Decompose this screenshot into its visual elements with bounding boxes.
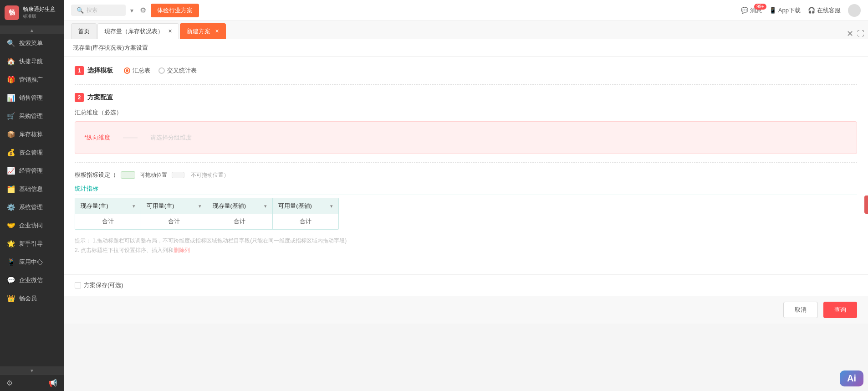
- breadcrumb-text: 现存量(库存状况表)方案设置: [73, 44, 148, 51]
- service-icon: 🎧: [808, 7, 815, 14]
- tab-new-plan-label: 新建方案: [187, 27, 210, 36]
- sidebar-item-finance[interactable]: 💰 资金管理: [0, 144, 64, 162]
- sidebar-item-member[interactable]: 👑 畅会员: [0, 289, 64, 308]
- sidebar-scroll-down[interactable]: ▼: [0, 366, 64, 375]
- immovable-label: 不可拖动位置）: [191, 171, 229, 179]
- tab-home[interactable]: 首页: [71, 23, 97, 39]
- sidebar-item-label: 新手引导: [19, 240, 43, 248]
- sidebar-item-label: 系统管理: [19, 203, 43, 211]
- sidebar-item-label: 经营管理: [19, 167, 43, 175]
- sidebar-item-sales[interactable]: 📊 销售管理: [0, 89, 64, 107]
- sidebar-item-new-guide[interactable]: 🌟 新手引导: [0, 235, 64, 253]
- app-download-button[interactable]: 📱 App下载: [769, 6, 801, 15]
- sidebar-item-marketing[interactable]: 🎁 营销推广: [0, 71, 64, 89]
- gear-icon: ⚙️: [6, 203, 15, 211]
- message-button[interactable]: 💬 消息 99+: [741, 6, 762, 15]
- search-icon: 🔍: [77, 7, 84, 14]
- dim-placeholder: 请选择分组维度: [150, 134, 192, 142]
- stats-table-header: 现存量(主) ▾ 可用量(主) ▾ 现存量(基辅) ▾ 可用量(基辅): [75, 198, 338, 214]
- sidebar-item-purchase[interactable]: 🛒 采购管理: [0, 107, 64, 125]
- app-name: 畅康通好生意: [23, 6, 56, 13]
- message-badge: 99+: [754, 4, 766, 10]
- volume-icon[interactable]: 📢: [48, 379, 57, 387]
- cancel-button[interactable]: 取消: [783, 302, 818, 318]
- dimension-box: *纵向维度 —— 请选择分组维度: [75, 121, 857, 154]
- sidebar-item-label: 基础信息: [19, 185, 43, 193]
- stats-col-3-label: 可用量(基辅): [278, 202, 312, 210]
- dropdown-icon[interactable]: ▾: [130, 7, 133, 14]
- sidebar-item-operations[interactable]: 📈 经营管理: [0, 162, 64, 180]
- home-icon: 🏠: [6, 57, 15, 66]
- tips-section: 提示： 1.拖动标题栏可以调整布局，不可跨维度或指标区域拖动栏目字段(只能在同一…: [75, 237, 857, 254]
- tab-inventory[interactable]: 现存量（库存状况表） ✕: [97, 23, 179, 39]
- online-service-button[interactable]: 🎧 在线客服: [808, 6, 841, 15]
- chat-icon: 💬: [6, 276, 15, 284]
- user-avatar[interactable]: [848, 4, 861, 17]
- radio-summary[interactable]: 汇总表: [124, 67, 150, 75]
- tab-new-plan-close[interactable]: ✕: [215, 28, 219, 34]
- radio-cross[interactable]: 交叉统计表: [158, 67, 197, 75]
- panel-expand-button[interactable]: ⛶: [857, 30, 864, 38]
- stats-col-2-label: 现存量(基辅): [213, 202, 246, 210]
- sidebar-item-label: 采购管理: [19, 112, 43, 120]
- sidebar-scroll-up[interactable]: ▲: [0, 26, 64, 34]
- tab-home-label: 首页: [78, 27, 90, 36]
- chevron-down-icon-0: ▾: [133, 203, 135, 209]
- topbar-search[interactable]: 🔍 搜索: [71, 5, 126, 16]
- app-edition: 标准版: [23, 13, 56, 20]
- search-placeholder-text: 搜索: [87, 6, 97, 14]
- section1-num: 1: [75, 66, 84, 75]
- dim-arrow: ——: [123, 134, 138, 142]
- tip-2: 2. 点击标题栏下拉可设置排序、插入列和删除列: [75, 247, 857, 254]
- section2-title: 方案配置: [87, 93, 113, 102]
- panel-close-button[interactable]: ✕: [847, 29, 853, 39]
- stats-col-1[interactable]: 可用量(主) ▾: [141, 198, 207, 214]
- chevron-down-icon-1: ▾: [199, 203, 201, 209]
- topbar-right: 💬 消息 99+ 📱 App下载 🎧 在线客服: [741, 4, 861, 17]
- tab-new-plan[interactable]: 新建方案 ✕: [180, 23, 226, 39]
- app-download-label: App下载: [778, 6, 801, 15]
- sidebar-item-quick-nav[interactable]: 🏠 快捷导航: [0, 52, 64, 71]
- save-plan-checkbox[interactable]: [75, 282, 81, 288]
- sidebar-logo: 畅 畅康通好生意 标准版: [0, 0, 64, 26]
- box-icon: 📦: [6, 130, 15, 139]
- query-button[interactable]: 查询: [823, 302, 857, 318]
- chevron-down-icon-3: ▾: [330, 203, 333, 209]
- sidebar-item-label: 营销推广: [19, 76, 43, 84]
- sidebar-item-label: 企业微信: [19, 276, 43, 284]
- crown-icon: 👑: [6, 294, 15, 303]
- right-expand-handle[interactable]: [864, 196, 868, 214]
- section1-title: 选择模板: [87, 67, 113, 75]
- tab-bar: 首页 现存量（库存状况表） ✕ 新建方案 ✕ ✕ ⛶: [64, 21, 868, 39]
- ai-badge[interactable]: Ai: [840, 370, 863, 386]
- movable-badge: [121, 171, 135, 179]
- star-icon: 🌟: [6, 240, 15, 248]
- sidebar-item-search[interactable]: 🔍 搜索菜单: [0, 34, 64, 52]
- cart-icon: 🛒: [6, 112, 15, 120]
- tab-inventory-close[interactable]: ✕: [168, 28, 172, 34]
- stats-table-body: 合计 合计 合计 合计: [75, 214, 338, 229]
- stats-col-0[interactable]: 现存量(主) ▾: [75, 198, 141, 214]
- topbar-gear-icon[interactable]: ⚙: [140, 6, 146, 15]
- save-plan-label: 方案保存(可选): [84, 281, 123, 289]
- sidebar-item-cooperation[interactable]: 🤝 企业协同: [0, 216, 64, 235]
- stats-col-2[interactable]: 现存量(基辅) ▾: [207, 198, 273, 214]
- tip-1: 提示： 1.拖动标题栏可以调整布局，不可跨维度或指标区域拖动栏目字段(只能在同一…: [75, 237, 857, 245]
- sidebar-item-label: 应用中心: [19, 258, 43, 266]
- settings-icon[interactable]: ⚙: [6, 379, 13, 387]
- sidebar-item-app-center[interactable]: 📱 应用中心: [0, 253, 64, 271]
- stats-col-3[interactable]: 可用量(基辅) ▾: [273, 198, 338, 214]
- trial-industry-button[interactable]: 体验行业方案: [151, 4, 199, 17]
- sidebar-item-label: 销售管理: [19, 94, 43, 102]
- topbar: 🔍 搜索 ▾ ⚙ 体验行业方案 💬 消息 99+ 📱 App下载 🎧 在线客服: [64, 0, 868, 21]
- sidebar-item-system[interactable]: ⚙️ 系统管理: [0, 198, 64, 216]
- dim-field-label: *纵向维度: [84, 134, 110, 142]
- sidebar-item-inventory[interactable]: 📦 库存核算: [0, 125, 64, 144]
- phone-icon: 📱: [6, 258, 15, 266]
- sidebar-item-basic-info[interactable]: 🗂️ 基础信息: [0, 180, 64, 198]
- service-label: 在线客服: [817, 6, 841, 15]
- sidebar-item-label: 资金管理: [19, 149, 43, 157]
- money-icon: 💰: [6, 149, 15, 157]
- sidebar-item-wechat[interactable]: 💬 企业微信: [0, 271, 64, 289]
- stats-cell-1: 合计: [141, 214, 207, 229]
